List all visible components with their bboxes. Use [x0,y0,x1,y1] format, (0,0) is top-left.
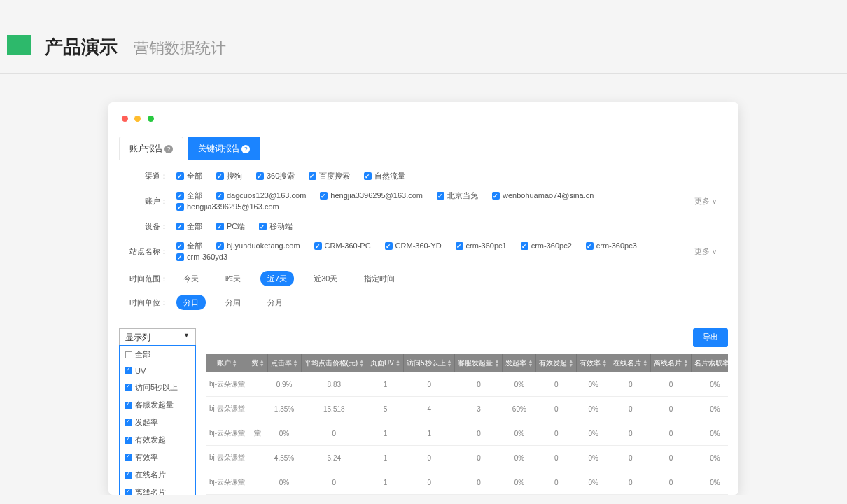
checkbox-option[interactable]: 自然流量 [364,170,405,181]
column-header[interactable]: 页面UV▲▼ [368,354,404,372]
option-label: crm-360pc2 [531,240,572,251]
cell: 1 [403,421,455,446]
tab-keyword-report[interactable]: 关键词报告? [188,136,260,160]
column-header[interactable]: 有效率▲▼ [577,354,610,372]
more-link[interactable]: 更多 [694,195,717,207]
checkbox-option[interactable]: CRM-360-PC [314,240,371,251]
dropdown-item[interactable]: 在线名片 [120,466,195,484]
cell [248,372,267,397]
close-icon[interactable] [122,115,128,122]
checkbox-option[interactable]: hengjia3396295@163.com [320,190,423,201]
filter-label: 设备： [126,220,168,232]
cell: 0% [577,372,610,397]
column-header[interactable]: 在线名片▲▼ [610,354,651,372]
time-option[interactable]: 分周 [218,295,248,310]
check-icon [216,172,224,180]
cell: 0% [577,421,610,446]
cell: 0 [610,397,651,421]
checkbox-option[interactable]: PC端 [216,220,245,232]
cell: 4.55% [267,446,301,470]
checkbox-option[interactable]: 移动端 [259,220,293,232]
sort-icon: ▲▼ [683,359,688,368]
column-header[interactable]: 离线名片▲▼ [651,354,692,372]
option-label: 全部 [187,170,202,181]
dropdown-item[interactable]: 发起率 [120,414,195,431]
checkbox-option[interactable]: 360搜索 [256,170,295,181]
cell: 3 [455,397,503,421]
column-header[interactable]: 发起率▲▼ [503,354,536,372]
time-option[interactable]: 近7天 [260,271,294,286]
export-button[interactable]: 导出 [693,328,728,347]
checkbox-option[interactable]: 百度搜索 [309,170,350,181]
checkbox-option[interactable]: crm-360yd3 [176,251,227,262]
check-icon [456,242,463,250]
cell: 0 [301,470,368,495]
checkbox-option[interactable]: bj.yunduoketang.com [216,240,300,251]
column-select-toggle[interactable]: 显示列 [119,328,196,347]
checkbox-option[interactable]: hengjia3396295@163.com [176,201,279,212]
cell: 0% [267,421,301,446]
column-header[interactable]: 费▲▼ [248,354,267,372]
column-header[interactable]: 有效发起▲▼ [536,354,577,372]
dropdown-item[interactable]: 客服发起量 [120,396,195,414]
sort-icon: ▲▼ [494,359,499,368]
more-link[interactable]: 更多 [694,246,717,258]
minimize-icon[interactable] [134,115,141,122]
checkbox-option[interactable]: 全部 [176,220,202,232]
checkbox-option[interactable]: 北京当兔 [437,190,478,201]
checkbox-option[interactable]: 全部 [176,170,202,181]
dropdown-item[interactable]: 访问5秒以上 [120,379,195,396]
cell: 0% [267,470,301,495]
tab-account-report[interactable]: 账户报告? [119,136,183,160]
checkbox-option[interactable]: crm-360pc3 [586,240,637,251]
dropdown-item[interactable]: UV [120,363,195,379]
time-option[interactable]: 今天 [176,271,206,286]
page-title: 产品演示 [45,35,118,59]
column-header[interactable]: 点击率▲▼ [267,354,301,372]
time-option[interactable]: 昨天 [218,271,248,286]
check-icon [437,192,444,200]
checkbox-option[interactable]: 搜狗 [216,170,242,181]
column-header[interactable]: 名片索取率▲▼ [692,354,728,372]
time-option[interactable]: 分月 [260,295,290,310]
column-dropdown[interactable]: 全部UV访问5秒以上客服发起量发起率有效发起有效率在线名片离线名片名片索取率有效… [119,345,196,495]
option-label: 全部 [187,240,202,251]
column-header[interactable]: 访问5秒以上▲▼ [403,354,455,372]
checkbox-option[interactable]: dagcuos123@163.com [216,190,306,201]
option-label: wenbohuamao74@sina.cn [503,190,594,201]
help-icon[interactable]: ? [164,145,173,153]
dropdown-item[interactable]: 全部 [120,346,195,363]
dropdown-item[interactable]: 有效率 [120,449,195,466]
checkbox-option[interactable]: crm-360pc2 [521,240,572,251]
checkbox-option[interactable]: 全部 [176,190,202,201]
cell: 15.518 [301,397,368,421]
column-header[interactable]: 客服发起量▲▼ [455,354,503,372]
sort-icon: ▲▼ [232,359,237,368]
cell: 0 [610,372,651,397]
time-option[interactable]: 分日 [176,295,206,310]
checkbox-option[interactable]: wenbohuamao74@sina.cn [492,190,594,201]
checkbox-option[interactable]: 全部 [176,240,202,251]
cell: 0 [651,421,692,446]
table-row: bj-云朵课堂4.55%6.241000%00%000% [206,446,728,470]
checkbox-option[interactable]: CRM-360-YD [385,240,442,251]
item-label: 离线名片 [135,487,166,495]
check-icon [259,223,267,230]
sort-icon: ▲▼ [396,359,400,368]
maximize-icon[interactable] [148,115,154,122]
item-label: 在线名片 [135,470,166,480]
cell: 0 [455,372,503,397]
dropdown-item[interactable]: 有效发起 [120,431,195,449]
time-option[interactable]: 指定时间 [357,271,402,286]
help-icon[interactable]: ? [241,145,250,153]
time-option[interactable]: 近30天 [307,271,344,286]
cell: 0% [692,372,728,397]
cell: 0% [577,470,610,495]
dropdown-item[interactable]: 离线名片 [120,484,195,495]
sort-icon: ▲▼ [568,359,573,368]
column-header[interactable]: 平均点击价格(元)▲▼ [301,354,368,372]
checkbox-option[interactable]: crm-360pc1 [456,240,507,251]
column-header[interactable]: 账户▲▼ [206,354,248,372]
cell: 堂 [248,421,267,446]
column-select[interactable]: 显示列 全部UV访问5秒以上客服发起量发起率有效发起有效率在线名片离线名片名片索… [119,328,196,347]
